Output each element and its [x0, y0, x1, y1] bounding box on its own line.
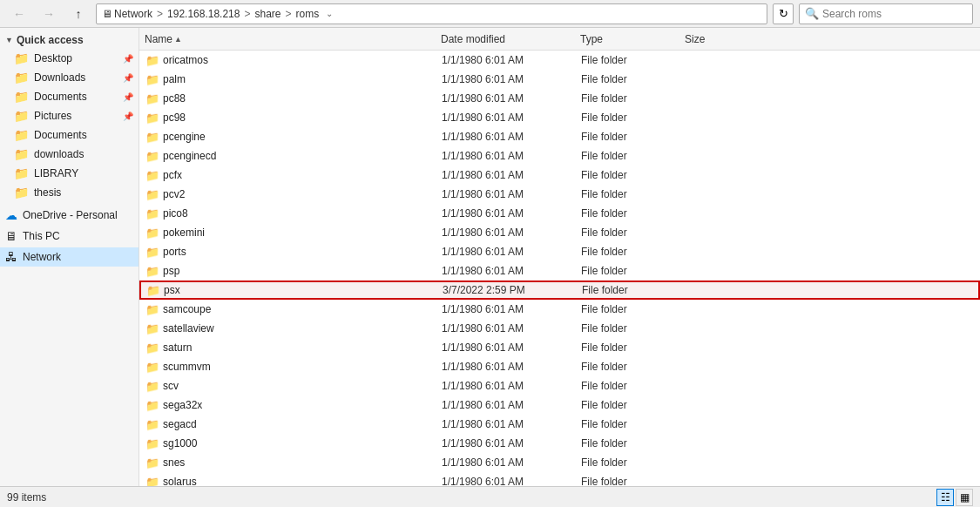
file-row[interactable]: 📁 satellaview 1/1/1980 6:01 AM File fold…: [139, 319, 980, 338]
file-name-cell: 📁 pcv2: [145, 188, 442, 201]
file-type-cell: File folder: [581, 303, 686, 315]
file-row[interactable]: 📁 pc98 1/1/1980 6:01 AM File folder: [139, 108, 980, 127]
file-name: saturn: [163, 341, 192, 354]
file-name-cell: 📁 sg1000: [145, 437, 442, 450]
breadcrumb-share-label: share: [254, 8, 280, 20]
file-row[interactable]: 📁 scv 1/1/1980 6:01 AM File folder: [139, 376, 980, 395]
sidebar-item-downloads[interactable]: 📁 Downloads 📌: [0, 68, 139, 87]
file-name-cell: 📁 oricatmos: [145, 54, 442, 67]
downloads-label: Downloads: [34, 71, 85, 84]
sidebar-item-documents[interactable]: 📁 Documents 📌: [0, 87, 139, 106]
file-row[interactable]: 📁 pc88 1/1/1980 6:01 AM File folder: [139, 89, 980, 108]
sidebar-item-downloads2[interactable]: 📁 downloads: [0, 145, 139, 164]
onedrive-icon: ☁: [5, 208, 17, 222]
file-name-cell: 📁 pcfx: [145, 169, 442, 182]
file-row[interactable]: 📁 psp 1/1/1980 6:01 AM File folder: [139, 261, 980, 281]
file-type-cell: File folder: [581, 207, 686, 220]
folder-icon: 📁: [145, 169, 159, 182]
file-date-cell: 1/1/1980 6:01 AM: [442, 265, 581, 277]
sidebar-item-pictures[interactable]: 📁 Pictures 📌: [0, 106, 139, 125]
file-date-cell: 1/1/1980 6:01 AM: [442, 322, 581, 335]
search-input[interactable]: [822, 8, 967, 20]
file-name-cell: 📁 pico8: [145, 207, 442, 220]
file-row[interactable]: 📁 palm 1/1/1980 6:01 AM File folder: [139, 70, 980, 89]
file-name-cell: 📁 saturn: [145, 341, 442, 355]
file-name-cell: 📁 pcengine: [145, 131, 442, 144]
search-bar[interactable]: 🔍: [799, 3, 973, 24]
sidebar-item-documents2[interactable]: 📁 Documents: [0, 125, 139, 145]
pin-icon-documents: 📌: [123, 92, 133, 102]
sidebar-item-network[interactable]: 🖧 Network: [0, 247, 139, 267]
file-name: solarus: [163, 476, 197, 486]
title-bar: ← → ↑ 🖥 Network > 192.168.18.218 > share…: [0, 0, 980, 28]
file-name-cell: 📁 psx: [146, 284, 443, 297]
file-date-cell: 1/1/1980 6:01 AM: [442, 380, 581, 392]
file-row[interactable]: 📁 ports 1/1/1980 6:01 AM File folder: [139, 242, 980, 261]
thispc-icon: 🖥: [5, 229, 17, 243]
back-button[interactable]: ←: [7, 3, 31, 24]
address-bar[interactable]: 🖥 Network > 192.168.18.218 > share > rom…: [96, 3, 767, 24]
file-date-cell: 1/1/1980 6:01 AM: [442, 131, 581, 143]
details-view-button[interactable]: ☷: [936, 489, 954, 506]
file-name-cell: 📁 samcoupe: [145, 303, 442, 316]
file-row[interactable]: 📁 sg1000 1/1/1980 6:01 AM File folder: [139, 434, 980, 453]
sidebar-item-onedrive[interactable]: ☁ OneDrive - Personal: [0, 206, 139, 225]
file-row[interactable]: 📁 pcv2 1/1/1980 6:01 AM File folder: [139, 185, 980, 204]
breadcrumb-roms[interactable]: roms: [296, 8, 320, 20]
quick-access-header[interactable]: ▼ Quick access: [0, 31, 139, 49]
refresh-button[interactable]: ↻: [773, 3, 794, 24]
file-row[interactable]: 📁 pico8 1/1/1980 6:01 AM File folder: [139, 204, 980, 223]
forward-button[interactable]: →: [37, 3, 61, 24]
breadcrumb-ip[interactable]: 192.168.18.218: [167, 8, 240, 20]
file-name: psp: [163, 265, 179, 277]
folder-icon: 📁: [146, 284, 160, 297]
address-dropdown-arrow[interactable]: ⌄: [326, 9, 333, 18]
file-name-cell: 📁 ports: [145, 246, 442, 259]
file-name: samcoupe: [163, 303, 211, 315]
network-label: Network: [23, 251, 61, 263]
col-header-name[interactable]: Name ▲: [145, 33, 441, 45]
downloads-folder-icon: 📁: [14, 71, 29, 84]
sidebar-item-desktop[interactable]: 📁 Desktop 📌: [0, 49, 139, 68]
file-row[interactable]: 📁 oricatmos 1/1/1980 6:01 AM File folder: [139, 51, 980, 70]
folder-icon: 📁: [145, 361, 159, 374]
file-row[interactable]: 📁 snes 1/1/1980 6:01 AM File folder: [139, 453, 980, 472]
file-row[interactable]: 📁 saturn 1/1/1980 6:01 AM File folder: [139, 338, 980, 357]
breadcrumb-share[interactable]: share: [254, 8, 280, 20]
file-row[interactable]: 📁 segacd 1/1/1980 6:01 AM File folder: [139, 415, 980, 434]
file-row[interactable]: 📁 pcengine 1/1/1980 6:01 AM File folder: [139, 127, 980, 146]
large-icons-view-button[interactable]: ▦: [956, 489, 973, 506]
thesis-label: thesis: [34, 186, 61, 199]
file-row[interactable]: 📁 scummvm 1/1/1980 6:01 AM File folder: [139, 357, 980, 376]
folder-icon: 📁: [145, 418, 159, 431]
breadcrumb-network[interactable]: 🖥 Network: [102, 8, 152, 20]
file-name: segacd: [163, 418, 197, 430]
col-header-type[interactable]: Type: [580, 33, 685, 45]
col-header-size[interactable]: Size: [685, 33, 754, 45]
file-row[interactable]: 📁 samcoupe 1/1/1980 6:01 AM File folder: [139, 300, 980, 319]
col-header-date[interactable]: Date modified: [441, 33, 580, 45]
file-row[interactable]: 📁 pokemini 1/1/1980 6:01 AM File folder: [139, 223, 980, 242]
breadcrumb-network-label: Network: [114, 8, 152, 20]
file-row[interactable]: 📁 psx 3/7/2022 2:59 PM File folder ←: [139, 281, 980, 300]
file-row[interactable]: 📁 pcenginecd 1/1/1980 6:01 AM File folde…: [139, 146, 980, 166]
sidebar-item-library[interactable]: 📁 LIBRARY: [0, 164, 139, 183]
file-row[interactable]: 📁 sega32x 1/1/1980 6:01 AM File folder: [139, 395, 980, 415]
file-type-cell: File folder: [581, 437, 686, 450]
quick-access-chevron: ▼: [5, 36, 13, 44]
up-button[interactable]: ↑: [66, 3, 91, 24]
file-row[interactable]: 📁 solarus 1/1/1980 6:01 AM File folder: [139, 472, 980, 486]
folder-icon: 📁: [145, 303, 159, 316]
sidebar-item-thispc[interactable]: 🖥 This PC: [0, 226, 139, 246]
file-name: psx: [164, 284, 180, 296]
file-date-cell: 1/1/1980 6:01 AM: [442, 361, 581, 373]
file-name: scv: [163, 380, 179, 392]
file-name-cell: 📁 sega32x: [145, 399, 442, 412]
file-date-cell: 1/1/1980 6:01 AM: [442, 341, 581, 354]
file-name: snes: [163, 456, 185, 469]
file-row[interactable]: 📁 pcfx 1/1/1980 6:01 AM File folder: [139, 166, 980, 185]
library-label: LIBRARY: [34, 167, 78, 179]
sidebar-item-thesis[interactable]: 📁 thesis: [0, 183, 139, 202]
file-name-cell: 📁 psp: [145, 265, 442, 278]
file-list[interactable]: 📁 oricatmos 1/1/1980 6:01 AM File folder…: [139, 51, 980, 486]
